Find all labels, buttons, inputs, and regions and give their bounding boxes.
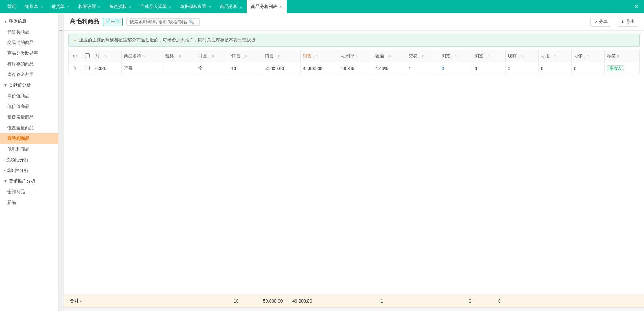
cell-checkbox[interactable] bbox=[82, 62, 93, 75]
nav-item-purchase[interactable]: 进货单 × bbox=[47, 0, 73, 13]
content-area: 高毛利商品 近一月 🔍 ↗ 分享 ⬇ 导出 ✧ 企业的主要 bbox=[64, 13, 644, 311]
col-sales-cost[interactable]: 销售...⇅ bbox=[301, 50, 339, 62]
nav-close-analysis[interactable]: × bbox=[240, 4, 242, 9]
col-current-stock[interactable]: 现有...⇅ bbox=[506, 50, 539, 62]
sidebar-item-low-margin[interactable]: 低毛利商品 bbox=[0, 144, 58, 155]
info-banner: ✧ 企业的主要的利润都是这部分商品创造的，可考虑加大推广，同时关注库存是不要出现… bbox=[68, 34, 640, 47]
nav-close-sales[interactable]: × bbox=[40, 4, 43, 9]
arrow-marketing: ▼ bbox=[4, 179, 7, 183]
search-input[interactable] bbox=[130, 19, 188, 25]
col-coverage[interactable]: 覆盖...⇅ bbox=[373, 50, 406, 62]
window-close-button[interactable]: × bbox=[632, 3, 641, 10]
nav-item-product-entry[interactable]: 产成品入库单 × bbox=[136, 0, 176, 13]
nav-item-role[interactable]: 角色授权 × bbox=[105, 0, 136, 13]
nav-close-template[interactable]: × bbox=[209, 4, 211, 9]
sidebar-group-marketing[interactable]: ▼ 营销推广分析 bbox=[0, 176, 58, 187]
nav-close-purchase[interactable]: × bbox=[67, 4, 69, 9]
sidebar-item-new-goods[interactable]: 新品 bbox=[0, 197, 58, 208]
col-transactions[interactable]: 交易...⇅ bbox=[406, 50, 439, 62]
col-name[interactable]: 商品名称⇅ bbox=[122, 50, 163, 62]
sidebar-group-overall[interactable]: ▼ 整体信息 bbox=[0, 16, 58, 27]
arrow-contribution: ▼ bbox=[4, 83, 7, 87]
cell-index: 1 bbox=[69, 62, 82, 75]
select-all-checkbox[interactable] bbox=[85, 53, 90, 58]
cell-gross-margin: 99.8% bbox=[339, 62, 373, 75]
sidebar-group-growth[interactable]: › 成长性分析 bbox=[0, 165, 58, 176]
search-box: 🔍 bbox=[126, 18, 200, 26]
cell-views2: 0 bbox=[472, 62, 506, 75]
sidebar-group-trend[interactable]: › 流趋性分析 bbox=[0, 155, 58, 165]
sidebar-item-all-goods[interactable]: 全部商品 bbox=[0, 187, 58, 197]
sidebar-group-trend-label: 流趋性分析 bbox=[6, 157, 28, 163]
table-wrapper[interactable]: ⚙ 商...⇅ 商品名称⇅ 规格...⇅ 计量...⇅ 销售...⇅ 销售...… bbox=[64, 50, 644, 294]
search-icon[interactable]: 🔍 bbox=[188, 19, 194, 25]
sidebar-group-growth-label: 成长性分析 bbox=[6, 167, 28, 174]
horizontal-scrollbar[interactable] bbox=[64, 307, 644, 311]
time-filter-button[interactable]: 近一月 bbox=[103, 18, 123, 26]
share-button[interactable]: ↗ 分享 bbox=[590, 17, 611, 27]
row-checkbox[interactable] bbox=[85, 66, 90, 70]
top-nav: 首页 销售单 × 进货单 × 权限设置 × 角色授权 × 产成品入库单 × 单据… bbox=[0, 0, 644, 13]
cell-transactions: 1 bbox=[406, 62, 439, 75]
cell-sellable: 0 bbox=[572, 62, 605, 75]
info-icon: ✧ bbox=[73, 38, 77, 43]
sidebar-item-category-rate[interactable]: 商品分类助销率 bbox=[0, 48, 58, 59]
sidebar-item-sales-goods[interactable]: 销售类商品 bbox=[0, 27, 58, 37]
nav-item-analysis[interactable]: 商品分析 × bbox=[216, 0, 247, 13]
sidebar-item-traded-goods[interactable]: 交易过的商品 bbox=[0, 37, 58, 48]
footer-sales-amount: 50,000.00 bbox=[261, 299, 290, 304]
col-checkbox[interactable] bbox=[82, 50, 93, 62]
nav-item-permission[interactable]: 权限设置 × bbox=[74, 0, 105, 13]
col-tag[interactable]: 标签⇅ bbox=[605, 50, 640, 62]
sidebar-group-marketing-label: 营销推广分析 bbox=[9, 178, 35, 184]
sidebar-item-stock-capital[interactable]: 库存资金占用 bbox=[0, 69, 58, 80]
sidebar-item-high-margin[interactable]: 高毛利商品 bbox=[0, 133, 58, 144]
nav-label-analysis: 商品分析 bbox=[220, 4, 238, 10]
col-available[interactable]: 可用...⇅ bbox=[539, 50, 572, 62]
col-sales-amount[interactable]: 销售...⇅ bbox=[262, 50, 301, 62]
cell-code: 0000... bbox=[93, 62, 122, 75]
col-views1[interactable]: 浏览...⇅ bbox=[439, 50, 472, 62]
cell-unit: 个 bbox=[196, 62, 229, 75]
nav-label-sales: 销售单 bbox=[25, 4, 38, 10]
cell-sales-cost: 49,900.00 bbox=[301, 62, 339, 75]
nav-close-analysis-list[interactable]: × bbox=[280, 4, 282, 9]
nav-close-permission[interactable]: × bbox=[98, 4, 100, 9]
collapse-icon: « bbox=[60, 28, 62, 33]
sidebar-item-low-value[interactable]: 低价值商品 bbox=[0, 101, 58, 112]
content-header: 高毛利商品 近一月 🔍 ↗ 分享 ⬇ 导出 bbox=[64, 13, 644, 31]
sidebar-item-in-stock[interactable]: 有库存的商品 bbox=[0, 59, 58, 69]
arrow-trend: › bbox=[4, 158, 5, 162]
table-footer: 合计： 10 50,000.00 49,900.00 1 0 0 bbox=[64, 294, 644, 307]
nav-label-purchase: 进货单 bbox=[51, 4, 65, 10]
nav-label-analysis-list: 商品分析列表 bbox=[251, 4, 277, 10]
cell-views1[interactable]: 0 bbox=[439, 62, 472, 75]
nav-item-home[interactable]: 首页 bbox=[3, 0, 21, 13]
col-settings[interactable]: ⚙ bbox=[69, 50, 82, 62]
footer-transactions: 1 bbox=[378, 299, 408, 304]
col-spec[interactable]: 规格...⇅ bbox=[163, 50, 196, 62]
col-unit[interactable]: 计量...⇅ bbox=[196, 50, 229, 62]
sidebar-group-contribution[interactable]: ▼ 贡献值分析 bbox=[0, 80, 58, 91]
col-sellable[interactable]: 可销...⇅ bbox=[572, 50, 605, 62]
sidebar-item-low-coverage[interactable]: 低覆盖量商品 bbox=[0, 123, 58, 133]
sidebar-collapse-button[interactable]: « bbox=[59, 13, 64, 311]
share-icon: ↗ bbox=[594, 19, 597, 25]
nav-close-role[interactable]: × bbox=[129, 4, 131, 9]
sidebar-group-contribution-label: 贡献值分析 bbox=[9, 82, 31, 88]
col-sales-qty[interactable]: 销售...⇅ bbox=[229, 50, 262, 62]
sidebar-item-high-coverage[interactable]: 高覆盖量商品 bbox=[0, 112, 58, 123]
cell-name: 运费 bbox=[122, 62, 163, 75]
col-code[interactable]: 商...⇅ bbox=[93, 50, 122, 62]
nav-label-product-entry: 产成品入库单 bbox=[140, 4, 167, 10]
nav-item-analysis-list[interactable]: 商品分析列表 × bbox=[247, 0, 286, 13]
nav-item-sales[interactable]: 销售单 × bbox=[21, 0, 47, 13]
table-header-row: ⚙ 商...⇅ 商品名称⇅ 规格...⇅ 计量...⇅ 销售...⇅ 销售...… bbox=[69, 50, 640, 62]
col-gross-margin[interactable]: 毛利率⇅ bbox=[339, 50, 373, 62]
export-button[interactable]: ⬇ 导出 bbox=[618, 17, 638, 27]
sidebar-item-high-value[interactable]: 高价值商品 bbox=[0, 91, 58, 101]
nav-close-product-entry[interactable]: × bbox=[169, 4, 171, 9]
sidebar: ▼ 整体信息 销售类商品 交易过的商品 商品分类助销率 有库存的商品 库存资金占… bbox=[0, 13, 59, 311]
nav-item-template[interactable]: 单据模板设置 × bbox=[176, 0, 215, 13]
col-views2[interactable]: 浏览...⇅ bbox=[472, 50, 506, 62]
